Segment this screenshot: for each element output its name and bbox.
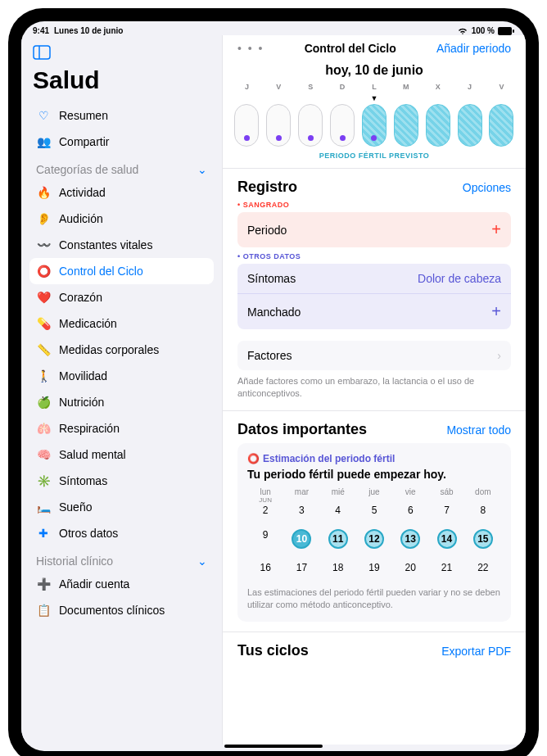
calendar-day[interactable]: 16 [247, 557, 283, 578]
week-strip[interactable]: J V S D L ▼ M X J V [223, 83, 526, 147]
clipboard-icon: 📋 [36, 603, 51, 618]
options-button[interactable]: Opciones [463, 181, 511, 194]
status-bar: 9:41 Lunes 10 de junio 100 % [21, 21, 526, 35]
calendar-day[interactable]: 13 [392, 524, 428, 554]
sidebar-item-audición[interactable]: 👂Audición [29, 206, 214, 232]
day-pill [426, 104, 450, 147]
sidebar-item-constantes-vitales[interactable]: 〰️Constantes vitales [29, 232, 214, 258]
calendar-day[interactable]: 12 [356, 524, 392, 554]
sidebar-section-historial[interactable]: Historial clínico ⌄ [29, 546, 214, 571]
day-column[interactable]: M [394, 83, 418, 147]
more-icon[interactable]: • • • [237, 42, 264, 55]
battery-text: 100 % [472, 26, 495, 35]
calendar-day[interactable]: 10 [283, 524, 319, 554]
calendar-day[interactable]: 5 [356, 500, 392, 521]
lungs-icon: 🫁 [36, 421, 51, 436]
battery-icon [498, 27, 514, 35]
add-account-icon: ➕ [36, 577, 51, 591]
calendar-day[interactable]: 4 [320, 500, 356, 521]
today-label: hoy, 10 de junio [223, 63, 526, 78]
sidebar-item-label: Síntomas [59, 474, 107, 487]
status-time: 9:41 [33, 26, 49, 35]
calendar-day[interactable]: 6 [392, 500, 428, 521]
sidebar-item-label: Resumen [59, 109, 108, 122]
sidebar-item-síntomas[interactable]: ✳️Síntomas [29, 468, 214, 494]
day-pill [362, 104, 387, 147]
calendar-day[interactable]: 20 [392, 557, 428, 578]
sidebar-item-medidas-corporales[interactable]: 📏Medidas corporales [29, 337, 214, 363]
row-sintomas[interactable]: Síntomas Dolor de cabeza [237, 264, 511, 294]
sidebar-item-respiración[interactable]: 🫁Respiración [29, 415, 214, 441]
sidebar-toggle-icon[interactable] [33, 45, 51, 60]
day-column[interactable]: S [298, 83, 323, 147]
plus-icon: + [491, 302, 501, 321]
calendar-day[interactable]: 17 [283, 557, 319, 578]
sidebar-item-label: Corazón [59, 291, 102, 304]
symptom-value: Dolor de cabeza [418, 272, 501, 285]
home-indicator[interactable] [224, 745, 323, 748]
vitals-icon: 〰️ [36, 238, 51, 252]
sidebar-item-otros-datos[interactable]: ✚Otros datos [29, 520, 214, 546]
sidebar-item-label: Control del Ciclo [59, 265, 143, 278]
svg-rect-1 [513, 29, 514, 33]
sidebar-item-label: Sueño [59, 500, 92, 514]
section-datos-importantes: Datos importantes Mostrar todo ⭕Estimaci… [223, 410, 526, 632]
day-column[interactable]: J [458, 83, 482, 147]
sidebar-item-label: Documentos clínicos [59, 604, 165, 617]
share-icon: 👥 [36, 134, 51, 149]
add-period-button[interactable]: Añadir periodo [436, 42, 511, 55]
day-column[interactable]: V [489, 83, 513, 147]
sidebar-title: Salud [33, 66, 214, 94]
day-column[interactable]: V [266, 83, 291, 147]
day-column[interactable]: L ▼ [362, 83, 387, 147]
day-column[interactable]: D [330, 83, 355, 147]
sidebar-item-label: Respiración [59, 422, 120, 435]
calendar-day[interactable]: 11 [320, 524, 356, 554]
sidebar-item-resumen[interactable]: ♡ Resumen [29, 102, 214, 129]
calendar-day[interactable]: 8 [465, 500, 501, 521]
period-dot [340, 135, 346, 141]
calendar-day[interactable]: 7 [428, 500, 464, 521]
sidebar-item-corazón[interactable]: ❤️Corazón [29, 284, 214, 310]
day-pill [298, 104, 323, 147]
calendar-day[interactable]: 21 [428, 557, 464, 578]
sidebar-item-label: Medidas corporales [59, 343, 159, 356]
sidebar-item-documentos[interactable]: 📋 Documentos clínicos [29, 597, 214, 623]
page-title: Control del Ciclo [264, 42, 436, 55]
export-pdf-button[interactable]: Exportar PDF [441, 645, 511, 658]
calendar-day[interactable]: 9 [247, 524, 283, 554]
section-title: Tus ciclos [237, 642, 309, 659]
sidebar-item-movilidad[interactable]: 🚶Movilidad [29, 363, 214, 389]
calendar-day[interactable]: JUN2 [247, 500, 283, 521]
sidebar-item-actividad[interactable]: 🔥Actividad [29, 179, 214, 206]
plus-icon: + [491, 220, 501, 239]
calendar-day[interactable]: 19 [356, 557, 392, 578]
show-all-button[interactable]: Mostrar todo [446, 423, 511, 437]
sidebar-item-control-del-ciclo[interactable]: ⭕Control del Ciclo [29, 258, 214, 284]
sidebar-item-anadir-cuenta[interactable]: ➕ Añadir cuenta [29, 571, 214, 597]
row-manchado[interactable]: Manchado + [237, 294, 511, 329]
day-pill [489, 104, 513, 147]
sidebar-item-salud-mental[interactable]: 🧠Salud mental [29, 441, 214, 468]
period-dot [371, 135, 377, 141]
day-column[interactable]: J [234, 83, 259, 147]
calendar-day[interactable]: 22 [465, 557, 501, 578]
sidebar-item-sueño[interactable]: 🛏️Sueño [29, 494, 214, 520]
calendar-day[interactable]: 18 [320, 557, 356, 578]
day-pill [266, 104, 291, 147]
mental-icon: 🧠 [36, 447, 51, 462]
calendar-day[interactable]: 15 [465, 524, 501, 554]
status-date: Lunes 10 de junio [54, 26, 123, 35]
day-column[interactable]: X [426, 83, 450, 147]
sidebar-section-categorias[interactable]: Categorías de salud ⌄ [29, 155, 214, 179]
sidebar-item-nutrición[interactable]: 🍏Nutrición [29, 389, 214, 415]
sidebar-item-medicación[interactable]: 💊Medicación [29, 310, 214, 337]
sidebar-item-compartir[interactable]: 👥 Compartir [29, 129, 214, 155]
row-periodo[interactable]: Periodo + [237, 212, 511, 247]
sidebar-item-label: Compartir [59, 135, 109, 148]
calendar-day[interactable]: 14 [428, 524, 464, 554]
fertile-estimate-card[interactable]: ⭕Estimación del periodo fértil Tu period… [237, 443, 511, 622]
calendar-day[interactable]: 3 [283, 500, 319, 521]
wifi-icon [457, 27, 468, 35]
row-factores[interactable]: Factores › [237, 341, 511, 370]
